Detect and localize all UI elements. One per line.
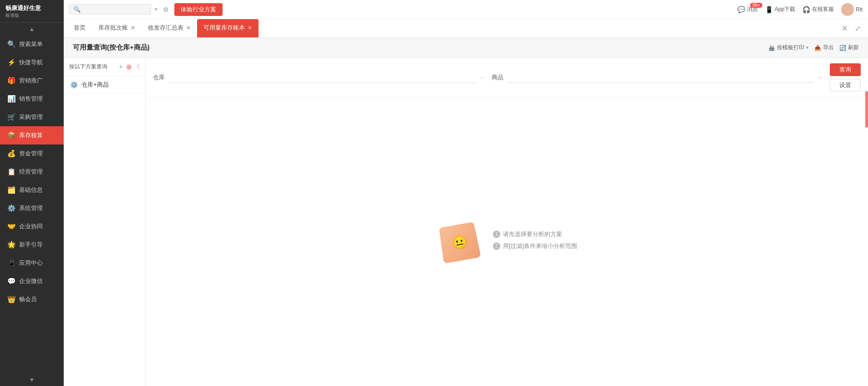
scroll-down-btn[interactable]: ▼ bbox=[0, 374, 64, 386]
refresh-button[interactable]: 🔄 刷新 bbox=[839, 44, 859, 51]
goods-filter-more[interactable]: ··· bbox=[818, 74, 822, 81]
sidebar-item-apps[interactable]: 📱 应用中心 bbox=[0, 254, 64, 272]
operation-icon: 📋 bbox=[7, 168, 15, 176]
scroll-up-btn[interactable]: ▲ bbox=[0, 23, 64, 35]
headset-icon: 🎧 bbox=[802, 6, 810, 13]
sidebar-brand: 畅康通好生意 标准版 bbox=[0, 0, 64, 23]
close-icon[interactable]: ✕ bbox=[186, 25, 191, 31]
sidebar-item-finance[interactable]: 💰 资金管理 bbox=[0, 144, 64, 163]
tab-collect-summary[interactable]: 收发存汇总表 ✕ bbox=[142, 19, 197, 37]
message-count: 99+ bbox=[750, 3, 762, 8]
left-panel-header-actions: ＋ ⊛ 《 bbox=[117, 62, 140, 71]
sidebar-item-system[interactable]: ⚙️ 系统管理 bbox=[0, 199, 64, 217]
basic-icon: 🗂️ bbox=[7, 186, 15, 194]
gear-icon[interactable]: ⚙ bbox=[163, 6, 169, 13]
sidebar-item-newbie[interactable]: 🌟 新手引导 bbox=[0, 236, 64, 254]
page-header-actions: 🖨️ 按模板打印 ▾ 📤 导出 🔄 刷新 bbox=[768, 44, 859, 51]
search-icon: 🔍 bbox=[7, 40, 15, 48]
tab-available-ledger[interactable]: 可用量库存账本 ✕ bbox=[197, 19, 259, 37]
print-button[interactable]: 🖨️ 按模板打印 ▾ bbox=[768, 44, 809, 51]
search-input[interactable] bbox=[83, 6, 138, 13]
search-box[interactable]: 🔍 bbox=[69, 4, 151, 15]
filter-actions: 查询 设置 bbox=[830, 63, 861, 92]
message-icon: 💬 bbox=[737, 6, 745, 13]
user-menu[interactable]: Rit bbox=[841, 3, 863, 16]
industry-solution-button[interactable]: 体验行业方案 bbox=[174, 3, 223, 16]
add-scheme-button[interactable]: ＋ bbox=[117, 62, 124, 71]
warehouse-filter-more[interactable]: ··· bbox=[479, 74, 484, 81]
step2-num: 2 bbox=[493, 242, 500, 250]
left-panel: 按以下方案查询 ＋ ⊛ 《 ⚙️ 仓库+商品 bbox=[64, 58, 146, 386]
sidebar-item-wechat[interactable]: 💬 企业微信 bbox=[0, 272, 64, 290]
search-icon-topbar: 🔍 bbox=[73, 6, 81, 13]
sidebar-item-basic[interactable]: 🗂️ 基础信息 bbox=[0, 181, 64, 199]
refresh-icon: 🔄 bbox=[839, 45, 846, 51]
step1-num: 1 bbox=[493, 231, 500, 238]
sales-icon: 📊 bbox=[7, 95, 15, 103]
warehouse-filter-input[interactable] bbox=[168, 72, 476, 83]
wechat-icon: 💬 bbox=[7, 277, 15, 285]
printer-icon: 🖨️ bbox=[768, 45, 775, 51]
export-button[interactable]: 📤 导出 bbox=[814, 44, 834, 51]
avatar bbox=[841, 3, 854, 16]
sidebar-item-sales[interactable]: 📊 销售管理 bbox=[0, 90, 64, 108]
sidebar-item-operation[interactable]: 📋 经营管理 bbox=[0, 163, 64, 181]
app-icon: 📱 bbox=[765, 6, 773, 13]
expand-tabs-button[interactable]: ⤢ bbox=[851, 22, 864, 35]
sidebar-item-member[interactable]: 👑 畅会员 bbox=[0, 290, 64, 309]
chevron-down-icon[interactable]: ▾ bbox=[155, 6, 157, 12]
message-badge[interactable]: 💬 消息 99+ bbox=[737, 5, 758, 13]
filter-warehouse: 仓库 ··· bbox=[153, 72, 484, 83]
topbar: 🔍 ▾ ⚙ 体验行业方案 💬 消息 99+ 📱 App下载 🎧 在线客服 Rit bbox=[64, 0, 868, 19]
settings-button[interactable]: 设置 bbox=[830, 79, 861, 92]
page-title: 可用量查询(按仓库+商品) bbox=[73, 43, 150, 52]
close-icon[interactable]: ✕ bbox=[248, 25, 252, 31]
system-icon: ⚙️ bbox=[7, 204, 15, 212]
app-download-btn[interactable]: 📱 App下载 bbox=[765, 5, 795, 13]
goods-filter-label: 商品 bbox=[492, 73, 503, 82]
settings-scheme-button[interactable]: ⊛ bbox=[126, 63, 132, 71]
empty-text: 1 请先选择要分析的方案 2 用[过滤]条件来缩小分析范围 bbox=[493, 230, 577, 254]
username-label: Rit bbox=[856, 6, 863, 13]
empty-state: 😐 1 请先选择要分析的方案 2 用[过滤]条件来缩小分析范围 bbox=[146, 98, 868, 386]
right-panel: 仓库 ··· 商品 ··· 查询 设置 😐 bbox=[146, 58, 868, 386]
tab-batch-account[interactable]: 库存批次账 ✕ bbox=[92, 19, 142, 37]
apps-icon: 📱 bbox=[7, 259, 15, 267]
main-area: 🔍 ▾ ⚙ 体验行业方案 💬 消息 99+ 📱 App下载 🎧 在线客服 Rit bbox=[64, 0, 868, 386]
sidebar-item-cooperation[interactable]: 🤝 企业协同 bbox=[0, 217, 64, 236]
topbar-right: 💬 消息 99+ 📱 App下载 🎧 在线客服 Rit bbox=[737, 3, 863, 16]
chevron-down-icon[interactable]: ▾ bbox=[806, 45, 809, 51]
query-button[interactable]: 查询 bbox=[830, 63, 861, 76]
sidebar-item-shortcut[interactable]: ⚡ 快捷导航 bbox=[0, 53, 64, 72]
cooperation-icon: 🤝 bbox=[7, 222, 15, 231]
sidebar-item-inventory[interactable]: 📦 库存核算 bbox=[0, 126, 64, 144]
export-icon: 📤 bbox=[814, 45, 821, 51]
tabs-bar: 首页 库存批次账 ✕ 收发存汇总表 ✕ 可用量库存账本 ✕ ✕ ⤢ bbox=[64, 19, 868, 38]
warehouse-filter-label: 仓库 bbox=[153, 73, 165, 82]
sidebar-scroll: 🔍 搜索菜单 ⚡ 快捷导航 🎁 营销推广 📊 销售管理 🛒 采购管理 📦 库存核… bbox=[0, 35, 64, 374]
empty-illustration: 😐 bbox=[437, 219, 482, 265]
finance-icon: 💰 bbox=[7, 149, 15, 158]
sidebar-item-marketing[interactable]: 🎁 营销推广 bbox=[0, 72, 64, 90]
close-icon[interactable]: ✕ bbox=[131, 25, 135, 31]
content-area: 按以下方案查询 ＋ ⊛ 《 ⚙️ 仓库+商品 仓库 ··· bbox=[64, 58, 868, 386]
scheme-icon: ⚙️ bbox=[70, 81, 78, 88]
newbie-icon: 🌟 bbox=[7, 241, 15, 249]
brand-sub: 标准版 bbox=[5, 12, 58, 19]
close-all-tabs-button[interactable]: ✕ bbox=[838, 22, 851, 35]
scrollbar-thumb[interactable] bbox=[865, 91, 868, 128]
left-panel-header: 按以下方案查询 ＋ ⊛ 《 bbox=[64, 58, 145, 76]
sidebar: 畅康通好生意 标准版 ▲ 🔍 搜索菜单 ⚡ 快捷导航 🎁 营销推广 📊 销售管理… bbox=[0, 0, 64, 386]
goods-filter-input[interactable] bbox=[507, 72, 814, 83]
collapse-panel-button[interactable]: 《 bbox=[134, 63, 140, 71]
tab-home[interactable]: 首页 bbox=[67, 19, 92, 37]
member-icon: 👑 bbox=[7, 295, 15, 304]
empty-face-icon: 😐 bbox=[450, 233, 468, 251]
online-service-btn[interactable]: 🎧 在线客服 bbox=[802, 5, 834, 13]
scheme-item-warehouse-goods[interactable]: ⚙️ 仓库+商品 bbox=[64, 76, 145, 94]
sidebar-item-purchase[interactable]: 🛒 采购管理 bbox=[0, 108, 64, 126]
empty-box-graphic: 😐 bbox=[439, 221, 481, 263]
inventory-icon: 📦 bbox=[7, 131, 15, 139]
sidebar-item-search[interactable]: 🔍 搜索菜单 bbox=[0, 35, 64, 53]
filter-bar: 仓库 ··· 商品 ··· 查询 设置 bbox=[146, 58, 868, 98]
